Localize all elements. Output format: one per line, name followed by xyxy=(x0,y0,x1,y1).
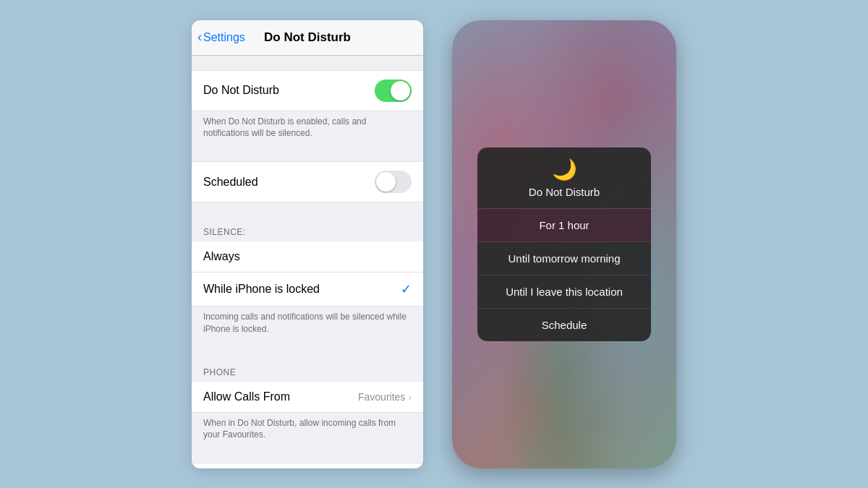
context-menu-header: 🌙 Do Not Disturb xyxy=(477,147,651,209)
menu-item-until-leave[interactable]: Until I leave this location xyxy=(477,275,651,309)
back-button[interactable]: ‹ Settings xyxy=(197,30,245,45)
menu-item-schedule[interactable]: Schedule xyxy=(477,309,651,341)
chevron-right-icon: › xyxy=(408,391,412,403)
allow-calls-label: Allow Calls From xyxy=(203,390,290,403)
repeated-calls-section: Repeated Calls A second call from the sa… xyxy=(192,463,423,467)
dnd-section: Do Not Disturb When Do Not Disturb is en… xyxy=(192,70,423,147)
page-title: Do Not Disturb xyxy=(264,30,351,45)
back-chevron-icon: ‹ xyxy=(197,30,202,45)
always-label: Always xyxy=(203,250,240,263)
dnd-desc: When Do Not Disturb is enabled, calls an… xyxy=(192,111,423,147)
checkmark-icon: ✓ xyxy=(401,281,412,297)
menu-item-until-tomorrow[interactable]: Until tomorrow morning xyxy=(477,242,651,275)
allow-calls-cell[interactable]: Allow Calls From Favourites › xyxy=(192,382,423,413)
repeated-calls-cell[interactable]: Repeated Calls xyxy=(192,463,423,467)
toggle-knob xyxy=(391,81,410,100)
dnd-label: Do Not Disturb xyxy=(203,84,279,97)
context-menu: 🌙 Do Not Disturb For 1 hour Until tomorr… xyxy=(477,147,651,341)
scheduled-toggle-knob xyxy=(376,172,396,192)
back-label[interactable]: Settings xyxy=(203,31,245,44)
settings-panel: ‹ Settings Do Not Disturb Do Not Disturb… xyxy=(192,20,423,468)
moon-icon: 🌙 xyxy=(489,158,639,181)
silence-desc: Incoming calls and notifications will be… xyxy=(192,307,423,343)
phone-section: PHONE Allow Calls From Favourites › When… xyxy=(192,357,423,449)
context-menu-title: Do Not Disturb xyxy=(489,186,639,198)
always-cell[interactable]: Always xyxy=(192,241,423,273)
scheduled-section: Scheduled xyxy=(192,161,423,202)
silence-section: SILENCE: Always While iPhone is locked ✓… xyxy=(192,217,423,343)
while-locked-cell[interactable]: While iPhone is locked ✓ xyxy=(192,273,423,307)
allow-calls-value: Favourites xyxy=(358,391,405,403)
dnd-toggle-cell[interactable]: Do Not Disturb xyxy=(192,70,423,111)
allow-calls-nav: Favourites › xyxy=(358,391,412,403)
phone-panel: 🌙 Do Not Disturb For 1 hour Until tomorr… xyxy=(452,20,676,468)
phone-desc: When in Do Not Disturb, allow incoming c… xyxy=(192,413,423,449)
phone-header: PHONE xyxy=(192,357,423,382)
while-locked-label: While iPhone is locked xyxy=(203,283,320,296)
scheduled-label: Scheduled xyxy=(203,176,258,189)
menu-item-for-hour[interactable]: For 1 hour xyxy=(477,209,651,242)
silence-header: SILENCE: xyxy=(192,217,423,241)
scheduled-toggle[interactable] xyxy=(375,171,412,193)
scheduled-cell[interactable]: Scheduled xyxy=(192,161,423,202)
settings-content: Do Not Disturb When Do Not Disturb is en… xyxy=(192,56,423,468)
settings-header: ‹ Settings Do Not Disturb xyxy=(192,20,423,56)
dnd-toggle[interactable] xyxy=(375,80,412,102)
